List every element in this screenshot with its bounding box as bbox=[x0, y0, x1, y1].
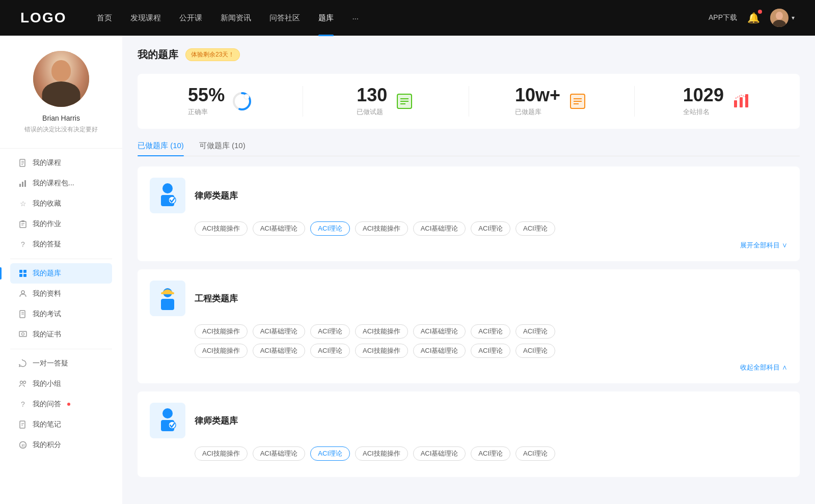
svg-text:积: 积 bbox=[21, 443, 25, 448]
sidebar-item-course-packages[interactable]: 我的课程包... bbox=[10, 173, 112, 193]
logo[interactable]: LOGO bbox=[20, 10, 66, 26]
sidebar-item-homework[interactable]: 我的作业 bbox=[10, 214, 112, 234]
sidebar-item-my-groups[interactable]: 我的小组 bbox=[10, 374, 112, 394]
qbank-2-title: 工程类题库 bbox=[195, 293, 238, 304]
qbank-1-tag-3[interactable]: ACI技能操作 bbox=[355, 221, 408, 236]
qbank-2-tag-10[interactable]: ACI技能操作 bbox=[355, 344, 408, 358]
stat-done-banks-value: 10w+ bbox=[515, 86, 560, 104]
qbank-2-tag-4[interactable]: ACI基础理论 bbox=[413, 324, 466, 339]
qbank-3-tag-1[interactable]: ACI基础理论 bbox=[253, 446, 306, 461]
qbank-1-expand[interactable]: 展开全部科目 ∨ bbox=[195, 241, 787, 250]
stat-site-rank: 1029 全站排名 bbox=[635, 86, 800, 117]
done-banks-icon bbox=[567, 91, 588, 111]
nav-home[interactable]: 首页 bbox=[97, 11, 112, 25]
qa-icon: ? bbox=[18, 400, 28, 409]
qbank-3-tag-6[interactable]: ACI理论 bbox=[515, 446, 555, 461]
profile-avatar bbox=[33, 51, 89, 107]
qbank-2-tag-9[interactable]: ACI理论 bbox=[310, 344, 350, 358]
qbank-2-tag-7[interactable]: ACI技能操作 bbox=[195, 344, 248, 358]
app-download-link[interactable]: APP下载 bbox=[709, 13, 737, 22]
qbank-2-collapse[interactable]: 收起全部科目 ∧ bbox=[195, 363, 787, 372]
stat-done-questions-text: 130 已做试题 bbox=[357, 86, 387, 117]
qbank-3-header: 律师类题库 bbox=[150, 403, 787, 438]
qbank-2-tag-1[interactable]: ACI基础理论 bbox=[253, 324, 306, 339]
svg-rect-26 bbox=[20, 421, 25, 428]
file-icon bbox=[18, 158, 28, 167]
qbank-3-title: 律师类题库 bbox=[195, 415, 238, 427]
sidebar-item-favorites[interactable]: ☆ 我的收藏 bbox=[10, 193, 112, 214]
qbank-2-tag-6[interactable]: ACI理论 bbox=[515, 324, 555, 339]
sidebar-item-question-bank[interactable]: 我的题库 bbox=[10, 263, 112, 284]
qbank-1-tag-0[interactable]: ACI技能操作 bbox=[195, 221, 248, 236]
qbank-2-tag-5[interactable]: ACI理论 bbox=[471, 324, 510, 339]
qbank-2-tag-12[interactable]: ACI理论 bbox=[471, 344, 510, 358]
svg-point-24 bbox=[20, 381, 23, 384]
sidebar-item-certificates[interactable]: 我的证书 bbox=[10, 324, 112, 345]
sidebar-item-my-exams[interactable]: 我的考试 bbox=[10, 304, 112, 324]
qbank-card-3: 律师类题库 ACI技能操作 ACI基础理论 ACI理论 ACI技能操作 ACI基… bbox=[138, 391, 800, 477]
nav-more[interactable]: ··· bbox=[352, 12, 359, 24]
qbank-3-tag-4[interactable]: ACI基础理论 bbox=[413, 446, 466, 461]
group-icon bbox=[18, 379, 28, 388]
qbank-3-tag-2[interactable]: ACI理论 bbox=[310, 446, 350, 461]
qbank-1-tag-6[interactable]: ACI理论 bbox=[515, 221, 555, 236]
stat-done-banks: 10w+ 已做题库 bbox=[469, 86, 635, 117]
nav-discover[interactable]: 发现课程 bbox=[130, 11, 161, 25]
stats-bar: 55% 正确率 130 已做试题 bbox=[138, 74, 800, 129]
nav-menu: 首页 发现课程 公开课 新闻资讯 问答社区 题库 ··· bbox=[97, 11, 709, 25]
note-icon bbox=[18, 420, 28, 429]
qbank-1-tag-2[interactable]: ACI理论 bbox=[310, 221, 350, 236]
people-icon bbox=[18, 289, 28, 298]
sidebar-item-one-on-one[interactable]: 一对一答疑 bbox=[10, 353, 112, 374]
sidebar-label-my-notes: 我的笔记 bbox=[33, 420, 61, 429]
sidebar-item-my-notes[interactable]: 我的笔记 bbox=[10, 414, 112, 435]
qbank-1-tag-4[interactable]: ACI基础理论 bbox=[413, 221, 466, 236]
nav-open-course[interactable]: 公开课 bbox=[179, 11, 202, 25]
user-avatar-menu[interactable]: ▾ bbox=[770, 9, 795, 27]
svg-rect-14 bbox=[19, 270, 22, 273]
nav-questionbank[interactable]: 题库 bbox=[318, 11, 334, 25]
stat-correct-rate-value: 55% bbox=[188, 86, 225, 104]
nav-qa[interactable]: 问答社区 bbox=[269, 11, 300, 25]
qbank-2-tag-3[interactable]: ACI技能操作 bbox=[355, 324, 408, 339]
qbank-card-1: 律师类题库 ACI技能操作 ACI基础理论 ACI理论 ACI技能操作 ACI基… bbox=[138, 166, 800, 261]
qbank-2-tag-2[interactable]: ACI理论 bbox=[310, 324, 350, 339]
svg-rect-46 bbox=[745, 94, 748, 107]
svg-point-33 bbox=[244, 94, 249, 99]
sidebar-label-my-groups: 我的小组 bbox=[33, 379, 61, 388]
svg-rect-13 bbox=[21, 220, 24, 222]
qbank-3-tag-3[interactable]: ACI技能操作 bbox=[355, 446, 408, 461]
page-title: 我的题库 bbox=[138, 48, 178, 62]
qbank-2-tag-0[interactable]: ACI技能操作 bbox=[195, 324, 248, 339]
sidebar-label-course-packages: 我的课程包... bbox=[33, 179, 74, 188]
chart-icon bbox=[18, 179, 28, 188]
sidebar-label-question-bank: 我的题库 bbox=[33, 269, 61, 278]
stat-correct-rate-text: 55% 正确率 bbox=[188, 86, 225, 117]
qbank-2-tag-13[interactable]: ACI理论 bbox=[515, 344, 555, 358]
svg-point-1 bbox=[776, 12, 783, 20]
sidebar-item-my-qa[interactable]: ? 我的答疑 bbox=[10, 234, 112, 255]
svg-rect-52 bbox=[161, 299, 174, 310]
qbank-3-tag-0[interactable]: ACI技能操作 bbox=[195, 446, 248, 461]
tab-available-banks[interactable]: 可做题库 (10) bbox=[199, 141, 246, 156]
svg-point-53 bbox=[162, 408, 173, 418]
qbank-3-icon-container bbox=[150, 403, 185, 438]
qbank-1-tag-5[interactable]: ACI理论 bbox=[471, 221, 510, 236]
sidebar-label-my-courses: 我的课程 bbox=[33, 158, 61, 167]
sidebar-label-homework: 我的作业 bbox=[33, 219, 61, 229]
page-header: 我的题库 体验剩余23天！ bbox=[138, 48, 800, 62]
qbank-1-tag-1[interactable]: ACI基础理论 bbox=[253, 221, 306, 236]
sidebar-item-my-courses[interactable]: 我的课程 bbox=[10, 153, 112, 173]
sidebar-item-my-points[interactable]: 积 我的积分 bbox=[10, 435, 112, 455]
tab-done-banks[interactable]: 已做题库 (10) bbox=[138, 141, 184, 156]
sidebar-item-my-data[interactable]: 我的资料 bbox=[10, 284, 112, 304]
qbank-2-tag-11[interactable]: ACI基础理论 bbox=[413, 344, 466, 358]
qbank-2-tag-8[interactable]: ACI基础理论 bbox=[253, 344, 306, 358]
notification-bell[interactable]: 🔔 bbox=[747, 12, 760, 24]
main-container: Brian Harris 错误的决定比没有决定要好 我的课程 我的课程包... … bbox=[0, 36, 815, 504]
sidebar-label-my-qa: 我的答疑 bbox=[33, 240, 61, 249]
sidebar-item-my-questions[interactable]: ? 我的问答 bbox=[10, 394, 112, 414]
points-icon: 积 bbox=[18, 440, 28, 450]
nav-news[interactable]: 新闻资讯 bbox=[221, 11, 251, 25]
qbank-3-tag-5[interactable]: ACI理论 bbox=[471, 446, 510, 461]
